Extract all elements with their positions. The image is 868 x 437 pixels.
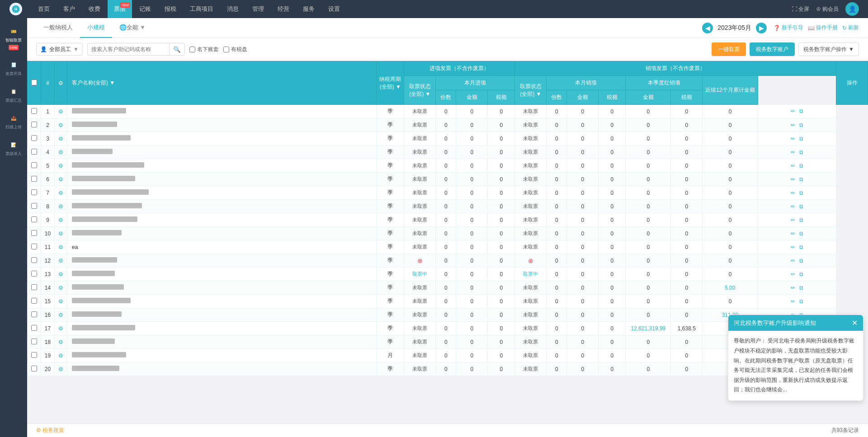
row-select-checkbox[interactable]	[31, 298, 37, 304]
search-input[interactable]	[88, 46, 169, 52]
row-client-name[interactable]	[67, 227, 377, 240]
one-click-ticket-button[interactable]: 一键取票	[712, 42, 746, 56]
copy-icon[interactable]: ⧉	[799, 122, 803, 128]
user-avatar[interactable]: 👤	[845, 2, 859, 16]
nav-tax[interactable]: 报税	[158, 0, 183, 18]
row-settings-icon[interactable]: ⚙	[58, 244, 63, 250]
row-settings-icon[interactable]: ⚙	[58, 176, 63, 183]
row-select-checkbox[interactable]	[31, 366, 37, 371]
tax-digital-account-button[interactable]: 税务数字账户	[750, 42, 795, 56]
nav-business[interactable]: 工商项目	[184, 0, 220, 18]
tab-small-scale[interactable]: 小规模	[80, 18, 112, 38]
row-client-name[interactable]	[67, 281, 377, 295]
copy-icon[interactable]: ⧉	[799, 285, 803, 291]
copy-icon[interactable]: ⧉	[799, 244, 803, 250]
row-client-name[interactable]	[67, 132, 377, 146]
row-select-checkbox[interactable]	[31, 352, 37, 358]
copy-icon[interactable]: ⧉	[799, 217, 803, 223]
row-client-name[interactable]	[67, 173, 377, 186]
checkbox-under-account[interactable]	[189, 47, 195, 52]
row-client-name[interactable]	[67, 322, 377, 335]
th-client-name[interactable]: 客户名称(全部) ▼	[67, 61, 377, 105]
edit-icon[interactable]: ✏	[791, 298, 795, 305]
edit-icon[interactable]: ✏	[791, 122, 795, 128]
row-client-name[interactable]	[67, 349, 377, 362]
sidebar-item-summary[interactable]: 📋 票据汇总	[2, 83, 25, 107]
copy-icon[interactable]: ⧉	[799, 258, 803, 264]
row-select-checkbox[interactable]	[31, 216, 37, 222]
tab-general-taxpayer[interactable]: 一般纳税人	[36, 18, 80, 38]
tab-all-capable[interactable]: 🌐 全能 ▼	[112, 18, 153, 38]
row-settings-icon[interactable]: ⚙	[58, 285, 63, 291]
row-client-name[interactable]	[67, 200, 377, 213]
row-client-name[interactable]	[67, 335, 377, 349]
row-client-name[interactable]	[67, 295, 377, 308]
row-client-name[interactable]	[67, 213, 377, 227]
row-client-name[interactable]	[67, 105, 377, 118]
row-select-checkbox[interactable]	[31, 244, 37, 249]
th-in-fetch-status[interactable]: 取票状态(全部) ▼	[404, 76, 436, 105]
row-select-checkbox[interactable]	[31, 176, 37, 182]
row-settings-icon[interactable]: ⚙	[58, 163, 63, 169]
copy-icon[interactable]: ⧉	[799, 163, 803, 169]
row-client-name[interactable]	[67, 308, 377, 322]
row-client-name[interactable]	[67, 254, 377, 268]
copy-icon[interactable]: ⧉	[799, 190, 803, 196]
row-select-checkbox[interactable]	[31, 271, 37, 277]
label-under-account[interactable]: 名下账套	[189, 46, 219, 53]
edit-icon[interactable]: ✏	[791, 285, 795, 291]
row-select-checkbox[interactable]	[31, 189, 37, 195]
nav-operation[interactable]: 经营	[271, 0, 296, 18]
row-settings-icon[interactable]: ⚙	[58, 230, 63, 237]
edit-icon[interactable]: ✏	[791, 217, 795, 223]
staff-select[interactable]: 👤 全部员工 ▼	[36, 43, 83, 56]
row-settings-icon[interactable]: ⚙	[58, 258, 63, 264]
tax-policy-link[interactable]: ⚙ 税务政策	[36, 427, 64, 434]
row-client-name[interactable]	[67, 146, 377, 159]
row-select-checkbox[interactable]	[31, 122, 37, 127]
notification-close-button[interactable]: ✕	[852, 319, 858, 327]
edit-icon[interactable]: ✏	[791, 190, 795, 196]
refresh-button[interactable]: ↻ 刷新	[842, 24, 859, 32]
row-select-checkbox[interactable]	[31, 108, 37, 114]
row-select-checkbox[interactable]	[31, 230, 37, 236]
fullscreen-button[interactable]: ⛶ 全屏	[792, 5, 809, 13]
copy-icon[interactable]: ⧉	[799, 149, 803, 155]
th-out-fetch-status[interactable]: 取票状态(全部) ▼	[515, 76, 547, 105]
row-settings-icon[interactable]: ⚙	[58, 339, 63, 345]
edit-icon[interactable]: ✏	[791, 258, 795, 264]
copy-icon[interactable]: ⧉	[799, 203, 803, 210]
edit-icon[interactable]: ✏	[791, 176, 795, 183]
row-select-checkbox[interactable]	[31, 162, 37, 168]
date-next-button[interactable]: ▶	[756, 23, 767, 33]
row-settings-icon[interactable]: ⚙	[58, 271, 63, 277]
row-settings-icon[interactable]: ⚙	[58, 325, 63, 332]
label-has-taxdisk[interactable]: 有税盘	[223, 46, 247, 53]
row-select-checkbox[interactable]	[31, 338, 37, 344]
row-settings-icon[interactable]: ⚙	[58, 203, 63, 210]
row-settings-icon[interactable]: ⚙	[58, 190, 63, 196]
row-select-checkbox[interactable]	[31, 311, 37, 317]
sidebar-item-scan[interactable]: 📤 扫描上传	[2, 109, 25, 134]
row-settings-icon[interactable]: ⚙	[58, 312, 63, 318]
copy-icon[interactable]: ⧉	[799, 230, 803, 237]
sidebar-item-smart-ticket[interactable]: 🎫 智能取票 new	[2, 23, 25, 54]
edit-icon[interactable]: ✏	[791, 136, 795, 142]
nav-charge[interactable]: 收费	[82, 0, 107, 18]
row-settings-icon[interactable]: ⚙	[58, 149, 63, 155]
row-client-name[interactable]	[67, 268, 377, 281]
copy-icon[interactable]: ⧉	[799, 108, 803, 114]
edit-icon[interactable]: ✏	[791, 163, 795, 169]
checkbox-has-taxdisk[interactable]	[223, 47, 229, 52]
nav-home[interactable]: 首页	[32, 0, 56, 18]
new-guide-link[interactable]: ❓ 新手引导	[774, 24, 803, 32]
row-select-checkbox[interactable]	[31, 325, 37, 331]
select-all-checkbox[interactable]	[31, 80, 37, 85]
sidebar-item-entry[interactable]: 📝 票据录入	[2, 136, 25, 160]
copy-icon[interactable]: ⧉	[799, 298, 803, 305]
row-client-name[interactable]	[67, 362, 377, 376]
copy-icon[interactable]: ⧉	[799, 271, 803, 277]
nav-invoice[interactable]: 票据new	[108, 0, 132, 18]
copy-icon[interactable]: ⧉	[799, 136, 803, 142]
row-settings-icon[interactable]: ⚙	[58, 217, 63, 223]
